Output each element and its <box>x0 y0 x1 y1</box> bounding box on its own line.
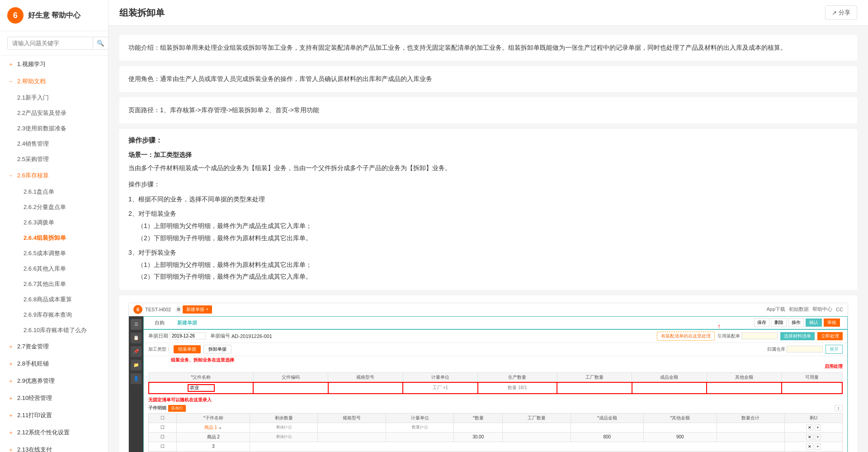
step2-2: （2）下部明细为子件明细，最终作为原材料生成其它出库单。 <box>128 232 848 244</box>
sidebar-item-operation[interactable]: ＋ 2.10经营管理 <box>0 390 108 407</box>
help-center-link[interactable]: 帮助中心 <box>812 306 832 313</box>
ss-upper-name-input[interactable] <box>188 384 215 392</box>
ss-process-btn[interactable]: 立即处理 <box>817 332 843 340</box>
ss-material-list-btn[interactable]: 选择材料清单 <box>780 332 815 340</box>
app-download-link[interactable]: App下载 <box>767 306 786 313</box>
step2: 2、对于组装业务 <box>128 208 848 220</box>
sidebar-item-video[interactable]: ＋ 1.视频学习 <box>0 56 108 73</box>
ss-save-btn[interactable]: 保存 <box>754 318 769 327</box>
ss-lower-del-3[interactable]: ✕ <box>806 443 813 450</box>
ss-date-input[interactable] <box>170 333 206 339</box>
ss-sidebar-icon-2[interactable]: 📋 <box>131 333 142 343</box>
ss-approve-btn[interactable]: 审核 <box>824 319 840 327</box>
ss-lower-cell-spec-2 <box>318 432 386 442</box>
ss-lower-cell-check-2: ☐ <box>149 432 177 442</box>
ss-upper-table-area: *父件名称 父件编码 规格型号 计量单位 生产数量 工厂数量 成品金额 其他金额 <box>144 371 847 396</box>
sidebar-item-inventory[interactable]: － 2.6库存核算 <box>0 167 108 184</box>
ss-lower-del-2[interactable]: ✕ <box>806 434 813 440</box>
ss-tab-zougou[interactable]: 自购 <box>148 317 171 330</box>
ss-lower-th-9: 数量合计 <box>717 413 784 423</box>
ss-expand-lower-btn[interactable]: ↕ <box>835 405 843 411</box>
logo-area: 6 好生意 帮助中心 <box>0 0 108 31</box>
ss-upper-table: *父件名称 父件编码 规格型号 计量单位 生产数量 工厂数量 成品金额 其他金额 <box>148 372 843 394</box>
ss-assembly-btn[interactable]: 组装单据 <box>174 345 201 353</box>
sidebar-item-stock-err[interactable]: 2.6.10库存账本错了么办 <box>0 323 108 338</box>
ss-lower-row-3: ☐ 3 ✕ + <box>149 442 843 451</box>
ss-sidebar-icon-5[interactable]: 👤 <box>131 373 142 384</box>
ss-lower-cell-fq-1 <box>503 423 571 432</box>
share-button[interactable]: ↗ 分享 <box>825 5 857 20</box>
steps-sub-title: 操作步骤： <box>128 178 848 190</box>
ss-lower-add-1[interactable]: + <box>815 424 821 431</box>
ss-confirm-btn[interactable]: 确认 <box>806 319 822 327</box>
search-button[interactable]: 🔍 <box>93 37 108 50</box>
search-input[interactable] <box>7 37 93 50</box>
sidebar-item-sales[interactable]: 2.4销售管理 <box>0 136 108 152</box>
ss-lower-cell-unit-2 <box>386 432 453 442</box>
logo-icon: 6 <box>7 7 24 24</box>
ss-upper-cell-other <box>707 382 782 394</box>
ss-lower-table: ☐ *子件名称 剩余数量 规格型号 计量单位 *数量 工厂数量 *成品金额 *其 <box>148 413 843 452</box>
ss-lower-cell-total-1 <box>717 423 784 432</box>
ss-delete-btn[interactable]: 删除 <box>771 318 787 327</box>
plus-icon-system: ＋ <box>7 429 14 436</box>
sidebar-item-other-in[interactable]: 2.6.6其他入库单 <box>0 261 108 276</box>
sidebar-item-coupon[interactable]: ＋ 2.9优惠券管理 <box>0 372 108 390</box>
sidebar-item-transfer[interactable]: 2.6.3调拨单 <box>0 215 108 230</box>
sidebar-item-stocksplit[interactable]: 2.6.2分量盘点单 <box>0 200 108 215</box>
sidebar-item-newbie[interactable]: 2.1新手入门 <box>0 90 108 105</box>
ss-warehouse-label: 归属仓库 <box>767 346 785 352</box>
sidebar-item-data[interactable]: 2.3使用前数据准备 <box>0 121 108 136</box>
ss-lower-th-8: *其他金额 <box>644 413 717 423</box>
sidebar-item-other-out[interactable]: 2.6.7其他出库单 <box>0 276 108 292</box>
ss-search-input[interactable] <box>741 333 778 339</box>
sidebar-item-costadj[interactable]: 2.6.5成本调整单 <box>0 246 108 261</box>
ss-upper-th-7: 成品金额 <box>632 372 707 382</box>
ss-lower-cell-u-3: ✕ + <box>785 442 843 451</box>
ss-sidebar-icon-3[interactable]: 📌 <box>131 346 142 357</box>
sidebar-item-payment[interactable]: ＋ 2.13在线支付 <box>0 441 108 452</box>
ss-lower-th-5: *数量 <box>454 413 503 423</box>
sidebar-item-helpdoc[interactable]: － 2.帮助文档 <box>0 73 108 90</box>
ss-lower-cell-fq-2 <box>503 432 571 442</box>
ss-add-row-btn[interactable]: 添加行 <box>168 405 186 412</box>
sidebar-item-install[interactable]: 2.2产品安装及登录 <box>0 105 108 121</box>
sidebar-item-finance[interactable]: ＋ 2.7资金管理 <box>0 338 108 355</box>
sidebar-item-mobile[interactable]: ＋ 2.8手机旺铺 <box>0 355 108 372</box>
ss-number-field: 单据编号 AD-20191226-001 <box>210 333 272 339</box>
ss-lower-add-3[interactable]: + <box>815 443 821 450</box>
plus-icon-operation: ＋ <box>7 395 14 402</box>
ss-logo: 6 <box>133 305 142 314</box>
ss-lower-th-7: *成品金额 <box>571 413 644 423</box>
ss-tab-new[interactable]: 新建单据 <box>171 317 203 330</box>
ss-lower-add-2[interactable]: + <box>815 434 821 440</box>
annotation-type-label: 组装业务、拆卸业务在这里选择 <box>171 357 234 363</box>
sidebar-item-print[interactable]: ＋ 2.11打印设置 <box>0 407 108 424</box>
ss-tab-actions: 保存 删除 操作 确认 审核 <box>751 317 843 329</box>
ss-lower-th-6: 工厂数量 <box>503 413 571 423</box>
sidebar-item-stockcheck[interactable]: 2.6.1盘点单 <box>0 184 108 200</box>
cc-label: CC <box>836 307 843 312</box>
ss-upper-cell-name <box>149 382 253 394</box>
ss-operation-btn[interactable]: 操作 <box>788 318 804 327</box>
sidebar-item-cost-calc[interactable]: 2.6.8商品成本重算 <box>0 292 108 307</box>
ss-sidebar-icon-1[interactable]: ☰ <box>131 319 142 330</box>
ss-sidebar-icon-4[interactable]: 📁 <box>131 360 142 371</box>
sidebar-item-purchase[interactable]: 2.5采购管理 <box>0 152 108 167</box>
ss-process-annotation: 启用处理 <box>144 356 847 371</box>
ss-disassembly-btn[interactable]: 拆卸单据 <box>203 345 231 354</box>
ss-new-doc-btn[interactable]: 新建单据 + <box>183 305 212 314</box>
settings-icon: ⚙ <box>175 306 182 313</box>
ss-lower-cell-qty-1 <box>454 423 503 432</box>
ss-lower-cell-name-1: 商品 1 ▲ <box>177 423 250 432</box>
ss-app-header: 6 TEST-H002 ⚙ 新建单据 + App下载 初始数据 帮助中心 CC <box>129 303 848 316</box>
step3-2: （2）下部明细为子件明细，最终作为产成品生成其它入库单。 <box>128 271 848 283</box>
ss-warehouse-input[interactable] <box>787 346 823 352</box>
screenshot-container: 6 TEST-H002 ⚙ 新建单据 + App下载 初始数据 帮助中心 CC <box>128 303 848 452</box>
init-data-link[interactable]: 初始数据 <box>789 306 809 313</box>
sidebar-item-system[interactable]: ＋ 2.12系统个性化设置 <box>0 424 108 441</box>
ss-expand-btn[interactable]: 展开 <box>826 345 843 354</box>
ss-lower-del-1[interactable]: ✕ <box>806 424 813 431</box>
sidebar-item-assembly[interactable]: 2.6.4组装拆卸单 <box>0 230 108 246</box>
sidebar-item-stock-query[interactable]: 2.6.9库存账本查询 <box>0 307 108 323</box>
